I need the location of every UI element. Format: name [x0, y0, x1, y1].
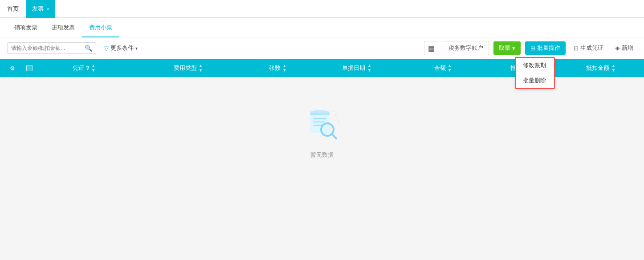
th-date-sort: ▲▼ [367, 64, 371, 73]
modify-period-item[interactable]: 修改账期 [516, 58, 554, 73]
toolbar: 🔍 ▽ 更多条件 ▾ ▦ 税务数字账户 取票 ▾ ⊞ 批量操作 ⊡ 生成凭证 [0, 37, 644, 59]
batch-icon: ⊞ [530, 45, 535, 52]
sub-nav-input[interactable]: 进项发票 [45, 18, 82, 37]
sub-nav-expense[interactable]: 费用小票 [82, 18, 119, 37]
home-tab[interactable]: 首页 [0, 0, 26, 18]
th-deduct-sort: ▲▼ [611, 64, 615, 73]
qr-button[interactable]: ▦ [424, 41, 438, 55]
svg-point-7 [323, 125, 332, 134]
toolbar-right: ▦ 税务数字账户 取票 ▾ ⊞ 批量操作 ⊡ 生成凭证 ⊕ 新增 [424, 41, 637, 55]
filter-label: 更多条件 [110, 44, 134, 52]
generate-voucher-button[interactable]: ⊡ 生成凭证 [570, 41, 607, 55]
th-voucher-sort: ▲▼ [91, 64, 96, 73]
empty-state: ✦ ✦ ✦ 暂无数据 [0, 77, 644, 186]
batch-ops-button[interactable]: ⊞ 批量操作 [525, 41, 566, 55]
svg-text:✦: ✦ [332, 110, 334, 113]
th-deduct[interactable]: 抵扣金额 ▲▼ [562, 59, 640, 77]
take-ticket-button[interactable]: 取票 ▾ [493, 41, 521, 55]
empty-illustration: ✦ ✦ ✦ [300, 104, 344, 144]
select-all-checkbox[interactable] [26, 65, 33, 71]
svg-rect-2 [310, 113, 330, 115]
sub-nav: 销项发票 进项发票 费用小票 [0, 18, 644, 37]
filter-button[interactable]: ▽ 更多条件 ▾ [101, 42, 141, 54]
search-icon[interactable]: 🔍 [85, 45, 92, 52]
qr-icon: ▦ [428, 44, 435, 53]
search-wrap[interactable]: 🔍 [7, 42, 96, 54]
take-chevron: ▾ [512, 45, 515, 52]
th-voucher[interactable]: 凭证 ⊽ ▲▼ [37, 59, 131, 77]
th-count-sort: ▲▼ [282, 64, 287, 73]
th-amount-sort: ▲▼ [448, 64, 452, 73]
th-checkbox[interactable] [21, 59, 37, 77]
add-icon: ⊕ [615, 45, 620, 52]
svg-line-8 [332, 134, 336, 138]
add-button[interactable]: ⊕ 新增 [611, 41, 637, 55]
invoice-tab-close[interactable]: × [46, 6, 49, 12]
tax-account-button[interactable]: 税务数字账户 [443, 41, 489, 55]
filter-chevron: ▾ [135, 46, 138, 51]
svg-text:✦: ✦ [338, 120, 340, 123]
search-input[interactable] [11, 45, 82, 51]
th-date[interactable]: 单据日期 ▲▼ [310, 59, 404, 77]
th-gear[interactable]: ⚙ [4, 59, 21, 77]
th-amount[interactable]: 金额 ▲▼ [404, 59, 482, 77]
filter-icon: ▽ [104, 45, 109, 52]
batch-delete-item[interactable]: 批量删除 [516, 73, 554, 88]
invoice-tab[interactable]: 发票 × [26, 0, 55, 18]
voucher-icon: ⊡ [574, 45, 579, 52]
empty-text: 暂无数据 [310, 151, 334, 159]
th-count[interactable]: 张数 ▲▼ [246, 59, 310, 77]
gear-icon: ⚙ [10, 65, 15, 72]
svg-text:✦: ✦ [334, 113, 338, 117]
sub-nav-sales[interactable]: 销项发票 [7, 18, 45, 37]
th-expense-sort: ▲▼ [199, 64, 203, 73]
th-expense-type[interactable]: 费用类型 ▲▼ [131, 59, 246, 77]
batch-dropdown-menu: 修改账期 批量删除 [515, 57, 555, 89]
th-voucher-filter-icon: ⊽ [86, 65, 90, 71]
top-nav: 首页 发票 × [0, 0, 644, 18]
invoice-tab-label: 发票 [32, 5, 44, 13]
